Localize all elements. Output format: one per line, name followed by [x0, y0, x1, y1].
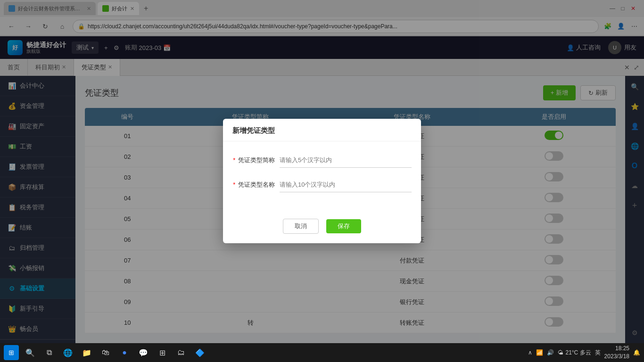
tray-lang: 英: [595, 349, 601, 357]
modal-overlay: 新增凭证类型 * 凭证类型简称 * 凭证类型名称 取消 保存: [0, 0, 644, 362]
notification-icon[interactable]: 🔔: [633, 349, 640, 356]
taskbar-tray: ∧ 📶 🔊 🌤 21°C 多云 英 18:25 2023/3/18 🔔: [528, 345, 640, 361]
taskbar: ⊞ 🔍 ⧉ 🌐 📁 🛍 ● 💬 ⊞ 🗂 🔷 ∧ 📶 🔊 🌤 21°C 多云 英 …: [0, 343, 644, 362]
tray-network-icon[interactable]: 📶: [536, 349, 543, 356]
time-display: 18:25: [604, 345, 629, 353]
taskbar-search[interactable]: 🔍: [23, 345, 38, 360]
taskbar-chrome[interactable]: ●: [117, 345, 132, 360]
taskbar-files[interactable]: 🗂: [173, 345, 189, 360]
taskbar-task-view[interactable]: ⧉: [41, 345, 57, 360]
save-button[interactable]: 保存: [326, 219, 361, 233]
abbr-input[interactable]: [280, 153, 412, 168]
taskbar-wechat[interactable]: 💬: [136, 345, 151, 360]
tray-sound-icon[interactable]: 🔊: [547, 349, 554, 356]
taskbar-browser2[interactable]: 🔷: [192, 345, 207, 360]
abbr-required: *: [233, 156, 235, 164]
taskbar-time: 18:25 2023/3/18: [604, 345, 629, 361]
weather-text: 21°C 多云: [565, 349, 591, 357]
modal-title: 新增凭证类型: [232, 126, 275, 135]
taskbar-store[interactable]: 🛍: [98, 345, 113, 360]
taskbar-weather: 🌤 21°C 多云: [558, 349, 591, 357]
abbr-label: * 凭证类型简称: [232, 156, 275, 165]
modal-body: * 凭证类型简称 * 凭证类型名称: [223, 141, 421, 213]
tray-expand-icon[interactable]: ∧: [528, 349, 532, 356]
abbr-form-row: * 凭证类型简称: [232, 153, 412, 168]
abbr-label-text: 凭证类型简称: [238, 156, 275, 164]
modal-footer: 取消 保存: [223, 213, 421, 243]
taskbar-apps[interactable]: ⊞: [155, 345, 170, 360]
name-label: * 凭证类型名称: [232, 181, 275, 189]
add-voucher-type-modal: 新增凭证类型 * 凭证类型简称 * 凭证类型名称 取消 保存: [223, 119, 421, 243]
date-display: 2023/3/18: [604, 353, 629, 361]
start-button[interactable]: ⊞: [4, 345, 19, 360]
cancel-button[interactable]: 取消: [283, 219, 319, 234]
name-form-row: * 凭证类型名称: [232, 177, 412, 192]
name-label-text: 凭证类型名称: [238, 181, 275, 188]
name-input[interactable]: [280, 177, 412, 192]
taskbar-explorer[interactable]: 📁: [79, 345, 94, 360]
name-required: *: [233, 181, 235, 188]
modal-header: 新增凭证类型: [223, 119, 421, 141]
weather-icon: 🌤: [558, 349, 563, 356]
taskbar-edge[interactable]: 🌐: [60, 345, 75, 360]
